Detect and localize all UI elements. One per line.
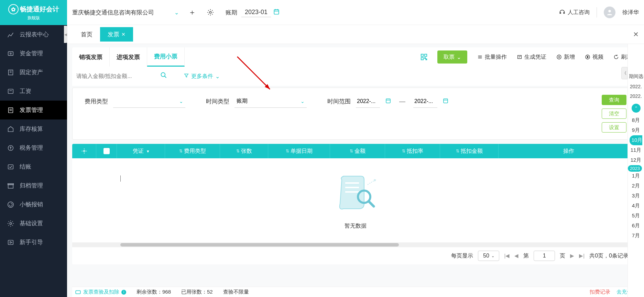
rp-month[interactable]: 2月 (632, 181, 640, 191)
username[interactable]: 徐泽华 (622, 9, 639, 16)
settings-button[interactable] (206, 8, 215, 17)
subtabs-row: 销项发票 进项发票 费用小票 取票 ⌄ 批量操作 生成凭证 新增 (72, 47, 639, 67)
query-button[interactable]: 查询 (602, 95, 626, 105)
rp-month[interactable]: 6月 (632, 221, 640, 231)
search-icon[interactable] (160, 72, 167, 80)
nav-fixed-assets[interactable]: 固定资产 (0, 63, 67, 82)
nav-label: 工资 (20, 87, 31, 95)
nav-invoice[interactable]: 发票管理 (0, 101, 67, 119)
nav-salary[interactable]: 工资 (0, 82, 67, 101)
svg-rect-27 (425, 58, 426, 59)
nav-expense[interactable]: 小畅报销 (0, 195, 67, 214)
svg-rect-28 (426, 59, 427, 60)
batch-button[interactable]: 批量操作 (477, 54, 507, 61)
close-icon[interactable]: ✕ (121, 32, 125, 37)
calendar-icon[interactable] (273, 8, 280, 17)
settings-button[interactable]: 设置 (602, 122, 626, 133)
horizontal-scrollbar[interactable] (72, 242, 639, 247)
th-count[interactable]: ⇅张数 (220, 144, 268, 158)
scroll-up-icon[interactable]: ⌃ (632, 104, 641, 113)
bottom-bar: 发票查验及扣除 i 剩余张数：968 已用张数：52 查验不限量 扣费记录 去充… (72, 287, 639, 297)
nav-cloud-report[interactable]: 云报表中心 (0, 25, 67, 44)
period-value[interactable]: 2023-01 (241, 8, 271, 17)
rp-range1[interactable]: 2022. (628, 82, 644, 91)
right-panel-expand[interactable]: 《 (621, 67, 627, 79)
subtab-purchase[interactable]: 进项发票 (110, 47, 147, 67)
period-label: 账期 (226, 9, 237, 16)
time-type-select[interactable]: 账期 ⌄ (234, 95, 307, 108)
voucher-button[interactable]: 生成凭证 (516, 54, 546, 61)
th-settings[interactable] (72, 144, 96, 158)
rp-month[interactable]: 12月 (631, 155, 642, 165)
subtab-sales[interactable]: 销项发票 (72, 47, 110, 67)
rp-year-badge: 2023 (628, 165, 644, 171)
th-checkbox[interactable] (96, 144, 117, 158)
bottom-title[interactable]: 发票查验及扣除 i (75, 289, 126, 295)
rp-month[interactable]: 11月 (631, 145, 642, 155)
prev-page[interactable]: ◀ (514, 253, 519, 259)
nav-tax[interactable]: 税务管理 (0, 138, 67, 157)
per-page-label: 每页显示 (451, 252, 473, 260)
tab-invoice[interactable]: 发票 ✕ (100, 27, 133, 42)
svg-line-39 (165, 76, 166, 78)
add-company-button[interactable]: ＋ (187, 8, 197, 17)
th-amount[interactable]: ⇅金额 (330, 144, 385, 158)
first-page[interactable]: |◀ (504, 253, 510, 259)
nav-settings[interactable]: 基础设置 (0, 214, 67, 233)
deduct-record-link[interactable]: 扣费记录 (590, 289, 610, 295)
tab-home[interactable]: 首页 (73, 27, 100, 42)
th-voucher[interactable]: 凭证▾ (117, 144, 165, 158)
nav-funds[interactable]: 资金管理 (0, 44, 67, 63)
per-page-select[interactable]: 50 ⌄ (478, 251, 499, 261)
scrollbar-thumb[interactable] (120, 243, 399, 247)
th-deduct-amount[interactable]: ⇅抵扣金额 (440, 144, 499, 158)
video-button[interactable]: 视频 (585, 54, 603, 61)
avatar[interactable] (604, 7, 615, 18)
rp-month[interactable]: 5月 (632, 211, 640, 221)
rp-month[interactable]: 1月 (632, 171, 640, 181)
type-select[interactable]: ⌄ (113, 95, 185, 108)
rp-month[interactable]: 3月 (632, 191, 640, 201)
th-type[interactable]: ⇅费用类型 (165, 144, 220, 158)
date-to[interactable]: 2022-... (413, 95, 437, 108)
rp-month[interactable]: 7月 (632, 231, 640, 241)
th-deduct-rate[interactable]: ⇅抵扣率 (385, 144, 440, 158)
sort-icon: ⇅ (236, 149, 240, 153)
qrcode-icon[interactable] (420, 53, 428, 61)
next-page[interactable]: ▶ (570, 253, 574, 259)
more-filter-button[interactable]: 更多条件 ⌄ (184, 73, 220, 80)
chevron-down-icon: ⌄ (215, 73, 220, 80)
nav-guide[interactable]: 新手引导 (0, 233, 67, 252)
filter-row: 更多条件 ⌄ (72, 67, 639, 86)
company-selector[interactable]: 重庆畅捷交通信息咨询有限公司 ⌄ (72, 9, 179, 16)
rp-range2[interactable]: 2022. (628, 91, 644, 101)
page-input[interactable]: 1 (534, 251, 555, 261)
close-all-tabs[interactable]: ✕ (633, 30, 639, 38)
last-page[interactable]: ▶| (579, 253, 585, 259)
nav-close[interactable]: 结账 (0, 157, 67, 176)
calendar-icon[interactable] (385, 98, 391, 105)
logo[interactable]: ✿ 畅捷通好会计 旗舰版 (0, 0, 67, 25)
svg-rect-5 (8, 89, 13, 93)
add-button[interactable]: 新增 (556, 54, 575, 61)
clear-button[interactable]: 清空 (602, 108, 626, 119)
rp-month[interactable]: 8月 (632, 115, 640, 125)
fetch-button[interactable]: 取票 ⌄ (437, 50, 467, 64)
support-link[interactable]: 人工咨询 (559, 9, 590, 16)
subtab-expense[interactable]: 费用小票 (147, 47, 185, 67)
date-from[interactable]: 2022-... (356, 95, 380, 108)
search-box[interactable] (74, 70, 170, 83)
cursor (120, 175, 121, 182)
rp-month[interactable]: 4月 (632, 201, 640, 211)
rp-month[interactable]: 10月 (630, 135, 643, 145)
calendar-icon[interactable] (443, 98, 449, 105)
content: 销项发票 进项发票 费用小票 取票 ⌄ 批量操作 生成凭证 新增 (67, 44, 644, 297)
nav-inventory[interactable]: 库存核算 (0, 119, 67, 138)
criteria-type: 费用类型 ⌄ (85, 95, 185, 108)
nav-archive[interactable]: 归档管理 (0, 176, 67, 195)
company-name: 重庆畅捷交通信息咨询有限公司 (72, 9, 154, 16)
chevron-down-icon: ⌄ (301, 99, 305, 104)
search-input[interactable] (76, 73, 160, 79)
rp-month[interactable]: 9月 (632, 125, 640, 135)
th-date[interactable]: ⇅单据日期 (268, 144, 330, 158)
